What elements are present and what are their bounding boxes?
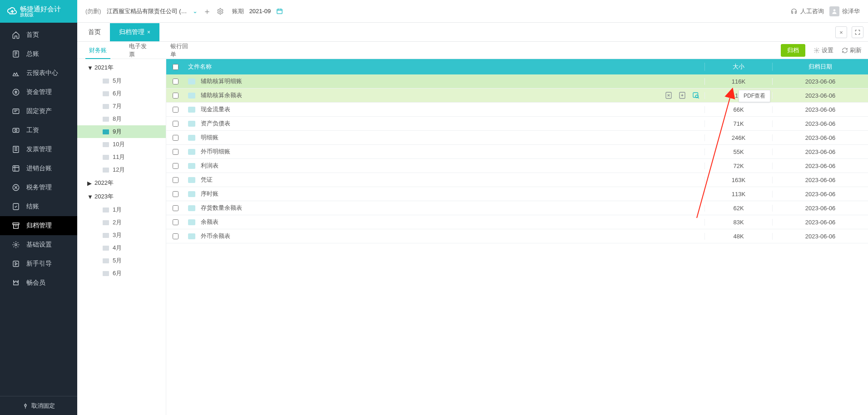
sidebar-item-psi[interactable]: 进销台账: [0, 159, 77, 178]
select-all-checkbox[interactable]: [173, 64, 179, 70]
row-checkbox[interactable]: [173, 135, 179, 141]
sidebar-item-cloud-report[interactable]: 云报表中心: [0, 64, 77, 83]
table-row[interactable]: 余额表83K2023-06-06: [166, 215, 868, 229]
sidebar-item-ledger[interactable]: 总账: [0, 44, 77, 64]
view-pdf-icon[interactable]: [692, 91, 700, 99]
archive-date: 2023-06-06: [773, 92, 868, 99]
unpin-sidebar-button[interactable]: 取消固定: [0, 396, 77, 415]
file-name: 资产负债表: [201, 119, 230, 128]
file-name: 序时账: [201, 190, 218, 198]
sidebar-item-funds[interactable]: 资金管理: [0, 83, 77, 102]
human-support-button[interactable]: 人工咨询: [790, 7, 824, 15]
tree-year[interactable]: ▼2021年: [77, 61, 166, 74]
sidebar-item-member[interactable]: 畅会员: [0, 273, 77, 292]
tree-month[interactable]: 6月: [77, 267, 166, 280]
tree-year[interactable]: ▼2023年: [77, 190, 166, 203]
tree-month[interactable]: 7月: [77, 100, 166, 113]
table-row[interactable]: 外币明细账55K2023-06-06: [166, 145, 868, 159]
row-checkbox[interactable]: [173, 149, 179, 155]
tree-month[interactable]: 6月: [77, 87, 166, 100]
row-checkbox[interactable]: [173, 177, 179, 183]
tree-month[interactable]: 8月: [77, 113, 166, 125]
tree-month[interactable]: 2月: [77, 216, 166, 229]
subtab-einv[interactable]: 电子发票: [119, 42, 161, 59]
table-row[interactable]: 辅助核算余额表PDF查看1K2023-06-06: [166, 89, 868, 103]
subtab-fin[interactable]: 财务账: [77, 42, 119, 59]
tree-month[interactable]: 10月: [77, 138, 166, 151]
tree-year[interactable]: ▶2022年: [77, 176, 166, 190]
close-all-tabs-button[interactable]: ×: [835, 26, 847, 38]
tree-month[interactable]: 11月: [77, 151, 166, 163]
row-checkbox[interactable]: [173, 79, 179, 84]
tree-month[interactable]: 1月: [77, 203, 166, 216]
psi-icon: [12, 164, 20, 173]
row-checkbox[interactable]: [173, 93, 179, 99]
tree-month[interactable]: 4月: [77, 242, 166, 254]
folder-icon: [188, 121, 195, 127]
table-row[interactable]: 序时账113K2023-06-06: [166, 187, 868, 201]
user-menu[interactable]: 徐泽华: [829, 6, 860, 16]
tree-month[interactable]: 5月: [77, 254, 166, 267]
col-header-name[interactable]: 文件名称: [184, 63, 704, 71]
page-tabs: 首页归档管理× ×: [77, 23, 868, 42]
row-checkbox[interactable]: [173, 219, 179, 225]
tree-month[interactable]: 9月: [77, 125, 166, 138]
tab-close-button[interactable]: ×: [147, 29, 150, 35]
refresh-button[interactable]: 刷新: [842, 46, 862, 54]
add-company-button[interactable]: ＋: [203, 6, 211, 17]
table-row[interactable]: 资产负债表71K2023-06-06: [166, 117, 868, 131]
headset-icon: [790, 8, 798, 15]
tab-archive[interactable]: 归档管理×: [110, 23, 159, 41]
col-header-size[interactable]: 大小: [704, 63, 773, 71]
brand-logo[interactable]: 畅捷通好会计 旗舰版: [0, 0, 77, 23]
sidebar-item-guide[interactable]: 新手引导: [0, 254, 77, 273]
tree-month[interactable]: 3月: [77, 229, 166, 242]
tree-month[interactable]: 12月: [77, 163, 166, 176]
table-row[interactable]: 明细账246K2023-06-06: [166, 131, 868, 145]
subtab-bank[interactable]: 银行回单: [160, 42, 202, 59]
sidebar-item-home[interactable]: 首页: [0, 25, 77, 44]
row-checkbox[interactable]: [173, 233, 179, 239]
folder-icon: [103, 271, 109, 276]
fullscreen-button[interactable]: [852, 26, 863, 38]
company-settings-button[interactable]: [217, 8, 224, 15]
invoice-icon: [12, 145, 20, 153]
sidebar-item-closing[interactable]: 结账: [0, 197, 77, 216]
sidebar-item-invoice[interactable]: 发票管理: [0, 140, 77, 159]
archive-date: 2023-06-06: [773, 106, 868, 113]
chevron-down-icon[interactable]: ⌄: [193, 8, 198, 15]
row-checkbox[interactable]: [173, 205, 179, 211]
table-row[interactable]: 利润表72K2023-06-06: [166, 159, 868, 173]
period-value[interactable]: 2021-09: [249, 8, 271, 15]
archive-date: 2023-06-06: [773, 148, 868, 155]
table-row[interactable]: 现金流量表66K2023-06-06: [166, 103, 868, 117]
nav-label: 税务管理: [26, 183, 52, 192]
tab-home[interactable]: 首页: [79, 23, 110, 41]
download-pdf-icon[interactable]: [678, 91, 686, 99]
calendar-icon[interactable]: [276, 8, 283, 15]
row-checkbox[interactable]: [173, 163, 179, 169]
svg-rect-5: [13, 146, 19, 153]
sidebar-item-tax[interactable]: 税务管理: [0, 178, 77, 197]
sidebar-item-fixed-assets[interactable]: 固定资产: [0, 102, 77, 121]
archive-button[interactable]: 归档: [781, 44, 805, 57]
col-header-date[interactable]: 归档日期: [773, 63, 868, 71]
sidebar-item-basic[interactable]: 基础设置: [0, 235, 77, 254]
row-checkbox[interactable]: [173, 191, 179, 197]
svg-point-22: [816, 49, 818, 51]
row-checkbox[interactable]: [173, 121, 179, 127]
table-row[interactable]: 外币余额表48K2023-06-06: [166, 229, 868, 243]
company-selector[interactable]: 江西服宝精品有限责任公司 (…: [107, 7, 187, 15]
nav-label: 首页: [26, 31, 39, 39]
table-row[interactable]: 辅助核算明细账116K2023-06-06: [166, 74, 868, 89]
sidebar: 畅捷通好会计 旗舰版 首页总账云报表中心资金管理固定资产工资发票管理进销台账税务…: [0, 0, 77, 415]
download-excel-icon[interactable]: [665, 91, 673, 99]
file-name: 凭证: [201, 176, 213, 184]
table-row[interactable]: 存货数量余额表62K2023-06-06: [166, 201, 868, 215]
sidebar-item-archive[interactable]: 归档管理: [0, 216, 77, 235]
sidebar-item-wages[interactable]: 工资: [0, 121, 77, 140]
table-row[interactable]: 凭证163K2023-06-06: [166, 173, 868, 187]
settings-button[interactable]: 设置: [813, 46, 833, 54]
tree-month[interactable]: 5月: [77, 74, 166, 87]
row-checkbox[interactable]: [173, 107, 179, 113]
